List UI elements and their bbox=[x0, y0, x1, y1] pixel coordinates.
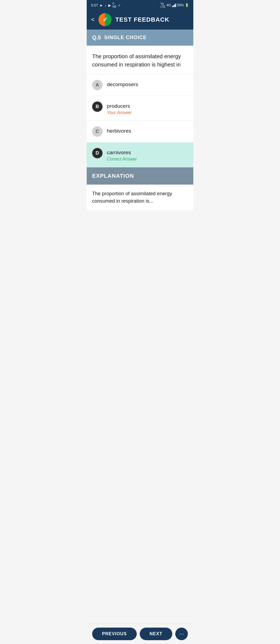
check-icon: ✓ bbox=[103, 16, 107, 23]
page-title: TEST FEEDBACK bbox=[115, 16, 170, 23]
option-b-badge: B bbox=[92, 101, 103, 112]
volte-icon: VoLTE bbox=[161, 2, 165, 8]
option-b-text: producers bbox=[107, 103, 132, 109]
option-a-text: decomposers bbox=[107, 81, 138, 88]
your-answer-label: Your Answer bbox=[107, 110, 132, 115]
option-c-text: herbivores bbox=[107, 128, 131, 134]
question-body: The proportion of assimilated energy con… bbox=[87, 46, 193, 74]
option-a[interactable]: A decomposers bbox=[87, 74, 193, 96]
option-c-content: herbivores bbox=[107, 126, 131, 134]
signal-bars bbox=[172, 3, 176, 7]
option-a-badge: A bbox=[92, 80, 103, 90]
youtube-icon: ▶ bbox=[108, 3, 111, 7]
explanation-text: The proportion of assimilated energy con… bbox=[92, 190, 188, 205]
option-d[interactable]: D carnivores Correct Answer bbox=[87, 142, 193, 167]
status-left: 5:57 ► ♪ ▶ 0KB ✓ bbox=[91, 2, 121, 8]
option-d-text: carnivores bbox=[107, 150, 137, 156]
question-type: SINGLE CHOICE bbox=[104, 35, 147, 40]
question-text: The proportion of assimilated energy con… bbox=[92, 52, 188, 69]
option-d-content: carnivores Correct Answer bbox=[107, 148, 137, 162]
explanation-title: EXPLANATION bbox=[92, 173, 134, 179]
option-a-content: decomposers bbox=[107, 80, 138, 88]
status-right: VoLTE 4G 56% 🔋 bbox=[161, 2, 189, 8]
battery-label: 56% bbox=[177, 3, 184, 7]
options-container: A decomposers B producers Your Answer C … bbox=[87, 74, 193, 167]
download-icon: ✓ bbox=[118, 3, 121, 7]
question-header: Q.5 SINGLE CHOICE bbox=[87, 30, 193, 46]
network-label: 4G bbox=[167, 3, 171, 7]
location-icon: ► bbox=[100, 3, 103, 7]
app-logo: ✓ bbox=[98, 13, 112, 26]
explanation-body: The proportion of assimilated energy con… bbox=[87, 185, 193, 210]
correct-answer-label: Correct Answer bbox=[107, 157, 137, 162]
back-button[interactable]: < bbox=[91, 17, 95, 23]
question-number: Q.5 bbox=[92, 34, 101, 41]
kb-icon: 0KB bbox=[113, 2, 116, 8]
option-b-content: producers Your Answer bbox=[107, 101, 132, 115]
time-display: 5:57 bbox=[91, 3, 98, 7]
music-icon: ♪ bbox=[105, 3, 107, 7]
battery-icon: 🔋 bbox=[185, 3, 189, 7]
option-c-badge: C bbox=[92, 126, 103, 137]
option-c[interactable]: C herbivores bbox=[87, 121, 193, 142]
status-bar: 5:57 ► ♪ ▶ 0KB ✓ VoLTE 4G 56% 🔋 bbox=[87, 0, 193, 10]
option-d-badge: D bbox=[92, 148, 103, 158]
option-b[interactable]: B producers Your Answer bbox=[87, 96, 193, 121]
explanation-header: EXPLANATION bbox=[87, 167, 193, 185]
top-navigation: < ✓ TEST FEEDBACK bbox=[87, 10, 193, 30]
